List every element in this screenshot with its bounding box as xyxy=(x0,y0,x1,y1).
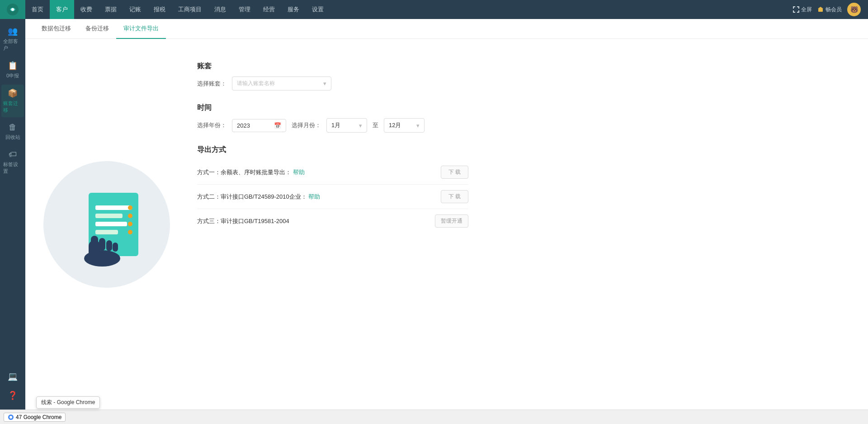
nav-operations[interactable]: 经营 xyxy=(257,0,281,19)
illustration-circle xyxy=(43,161,170,288)
export-method-2-label: 方式二：审计接口GB/T24589-2010企业： 帮助 xyxy=(197,193,320,201)
export-method-2-help-link[interactable]: 帮助 xyxy=(308,193,320,200)
year-input[interactable]: 2023 📅 xyxy=(232,119,286,132)
svg-rect-3 xyxy=(793,6,794,9)
month-end-select[interactable]: 12月 ▾ xyxy=(384,118,425,133)
sidebar-item-all-customers[interactable]: 👥 全部客户 xyxy=(1,23,24,55)
export-method-1-help-link[interactable]: 帮助 xyxy=(293,169,305,176)
export-method-2: 方式二：审计接口GB/T24589-2010企业： 帮助 下 载 xyxy=(197,185,468,209)
tag-icon: 🏷 xyxy=(9,150,17,159)
tab-bar: 数据包迁移 备份迁移 审计文件导出 xyxy=(25,19,868,39)
month-label: 选择月份： xyxy=(292,121,321,129)
svg-rect-14 xyxy=(95,222,127,226)
sidebar-item-account-migration[interactable]: 📦 账套迁移 xyxy=(1,85,24,117)
account-section: 账套 选择账套： 请输入账套名称 ▾ xyxy=(197,62,468,91)
taskbar: 47 Google Chrome 线索 - Google Chrome xyxy=(0,410,868,424)
fullscreen-button[interactable]: 全屏 xyxy=(793,6,812,14)
zero-report-icon: 📋 xyxy=(8,61,18,71)
svg-rect-23 xyxy=(99,238,105,251)
content-area: 数据包迁移 备份迁移 审计文件导出 xyxy=(25,19,868,410)
nav-services[interactable]: 服务 xyxy=(281,0,306,19)
export-method-3-open-button[interactable]: 暂缓开通 xyxy=(435,214,468,228)
nav-items: 首页 客户 收费 票据 记账 报税 工商项目 消息 管理 经营 服务 设置 xyxy=(25,0,793,19)
nav-management[interactable]: 管理 xyxy=(232,0,257,19)
all-customers-icon: 👥 xyxy=(8,26,18,36)
illustration-area xyxy=(43,52,170,396)
svg-rect-10 xyxy=(818,9,823,12)
recycle-icon: 🗑 xyxy=(9,123,17,132)
nav-customers[interactable]: 客户 xyxy=(50,0,74,19)
nav-business[interactable]: 工商项目 xyxy=(172,0,208,19)
chevron-down-month-end-icon: ▾ xyxy=(416,122,420,129)
nav-right: 全屏 畅会员 🐻 xyxy=(793,3,868,16)
export-method-3-label: 方式三：审计接口GB/T19581-2004 xyxy=(197,217,289,225)
export-method-2-download-button[interactable]: 下 载 xyxy=(441,190,468,203)
svg-rect-7 xyxy=(793,10,794,13)
svg-rect-13 xyxy=(95,214,123,218)
migration-icon: 📦 xyxy=(8,88,18,98)
time-section-title: 时间 xyxy=(197,103,468,113)
time-section: 时间 选择年份： 2023 📅 选择月份： 1月 ▾ 至 xyxy=(197,103,468,133)
avatar[interactable]: 🐻 xyxy=(847,3,861,16)
sidebar-item-help[interactable]: ❓ xyxy=(1,387,24,404)
svg-rect-22 xyxy=(91,236,98,249)
svg-rect-15 xyxy=(95,230,118,234)
export-section: 导出方式 方式一：余额表、序时账批量导出： 帮助 下 载 方式二：审计接口GB/… xyxy=(197,145,468,233)
svg-rect-5 xyxy=(798,6,799,9)
svg-rect-25 xyxy=(113,243,118,252)
svg-rect-9 xyxy=(798,10,799,13)
export-section-title: 导出方式 xyxy=(197,145,468,155)
svg-point-27 xyxy=(9,416,12,419)
time-form-row: 选择年份： 2023 📅 选择月份： 1月 ▾ 至 12月 xyxy=(197,118,468,133)
form-area: 账套 选择账套： 请输入账套名称 ▾ 时间 选择年份： xyxy=(197,52,468,396)
account-placeholder: 请输入账套名称 xyxy=(237,80,275,87)
svg-point-17 xyxy=(128,214,132,218)
nav-settings[interactable]: 设置 xyxy=(306,0,330,19)
nav-messages[interactable]: 消息 xyxy=(208,0,232,19)
chevron-down-month-icon: ▾ xyxy=(359,122,362,129)
app-logo[interactable] xyxy=(0,0,25,19)
export-method-1: 方式一：余额表、序时账批量导出： 帮助 下 载 xyxy=(197,160,468,185)
nav-billing[interactable]: 收费 xyxy=(74,0,99,19)
chevron-down-icon: ▾ xyxy=(323,80,326,87)
tab-data-migration[interactable]: 数据包迁移 xyxy=(34,19,78,39)
account-form-row: 选择账套： 请输入账套名称 ▾ xyxy=(197,76,468,91)
account-select[interactable]: 请输入账套名称 ▾ xyxy=(232,76,331,91)
export-method-3: 方式三：审计接口GB/T19581-2004 暂缓开通 xyxy=(197,209,468,233)
sidebar-item-zero-report[interactable]: 📋 0申报 xyxy=(1,57,24,83)
help-icon: ❓ xyxy=(8,391,18,400)
month-start-select[interactable]: 1月 ▾ xyxy=(326,118,367,133)
svg-rect-12 xyxy=(95,205,132,210)
nav-invoices[interactable]: 票据 xyxy=(99,0,123,19)
svg-point-18 xyxy=(128,222,132,226)
taskbar-tooltip: 线索 - Google Chrome xyxy=(36,396,100,409)
time-separator: 至 xyxy=(373,121,378,129)
account-label: 选择账套： xyxy=(197,80,226,88)
sidebar: 👥 全部客户 📋 0申报 📦 账套迁移 🗑 回收站 🏷 标签设置 💻 ❓ xyxy=(0,19,25,410)
top-navigation: 首页 客户 收费 票据 记账 报税 工商项目 消息 管理 经营 服务 设置 全屏… xyxy=(0,0,868,19)
svg-point-1 xyxy=(11,8,14,11)
main-layout: 👥 全部客户 📋 0申报 📦 账套迁移 🗑 回收站 🏷 标签设置 💻 ❓ xyxy=(0,19,868,410)
sidebar-item-recycle[interactable]: 🗑 回收站 xyxy=(1,119,24,144)
nav-bookkeeping[interactable]: 记账 xyxy=(123,0,147,19)
calendar-icon: 📅 xyxy=(274,122,281,129)
nav-tax[interactable]: 报税 xyxy=(147,0,172,19)
year-label: 选择年份： xyxy=(197,121,226,129)
svg-point-16 xyxy=(128,205,132,210)
tab-audit-export[interactable]: 审计文件导出 xyxy=(116,19,166,39)
sidebar-bottom: 💻 ❓ xyxy=(1,368,24,410)
download-icon: 💻 xyxy=(8,372,18,381)
tab-backup-migration[interactable]: 备份迁移 xyxy=(78,19,116,39)
export-method-1-label: 方式一：余额表、序时账批量导出： 帮助 xyxy=(197,168,305,176)
export-method-1-download-button[interactable]: 下 载 xyxy=(441,166,468,179)
sidebar-item-tags[interactable]: 🏷 标签设置 xyxy=(1,146,24,178)
taskbar-chrome-item[interactable]: 47 Google Chrome xyxy=(4,413,66,422)
svg-point-19 xyxy=(128,230,132,234)
svg-rect-24 xyxy=(106,240,112,251)
sidebar-item-download[interactable]: 💻 xyxy=(1,368,24,385)
account-section-title: 账套 xyxy=(197,62,468,71)
nav-home[interactable]: 首页 xyxy=(25,0,50,19)
page-content: 账套 选择账套： 请输入账套名称 ▾ 时间 选择年份： xyxy=(25,39,868,410)
membership-button[interactable]: 畅会员 xyxy=(817,6,842,14)
